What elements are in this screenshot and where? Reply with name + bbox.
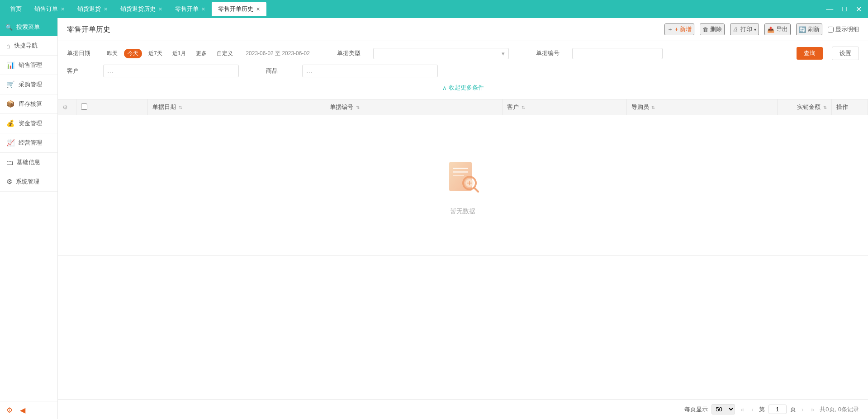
- next-page-button[interactable]: ›: [800, 405, 806, 414]
- filter-area: 单据日期 昨天 今天 近7天 近1月 更多 自定义 2023-06-02 至 2…: [58, 41, 868, 99]
- tab-sales-order[interactable]: 销售订单 ✕: [28, 2, 71, 16]
- cart-icon: 🛒: [6, 80, 15, 89]
- table-header: ⚙ 单据日期 ⇅ 单据编号 ⇅: [58, 99, 868, 115]
- add-icon: ＋: [667, 25, 673, 33]
- col-settings: ⚙: [58, 99, 76, 115]
- svg-rect-3: [453, 175, 464, 176]
- window-controls: — □ ✕: [823, 4, 864, 14]
- date-btn-custom[interactable]: 自定义: [213, 49, 237, 58]
- box-icon: 📦: [6, 100, 15, 108]
- sidebar-bottom: ⚙ ◀: [0, 401, 57, 419]
- close-icon[interactable]: ✕: [201, 6, 205, 12]
- delete-button[interactable]: 🗑 删除: [700, 24, 725, 35]
- query-button[interactable]: 查询: [797, 47, 823, 60]
- last-page-button[interactable]: »: [809, 405, 816, 414]
- sidebar-item-quick-nav[interactable]: ⌂ 快捷导航: [0, 36, 57, 56]
- date-range: 2023-06-02 至 2023-06-02: [246, 50, 309, 57]
- tab-retail-open[interactable]: 零售开单 ✕: [169, 2, 212, 16]
- prev-page-button[interactable]: ‹: [749, 405, 755, 414]
- sidebar-item-finance[interactable]: 💰 资金管理: [0, 114, 57, 133]
- search-icon: 🔍: [5, 24, 13, 31]
- col-docno[interactable]: 单据编号 ⇅: [325, 99, 503, 115]
- page-input[interactable]: [768, 405, 787, 414]
- close-window-button[interactable]: ✕: [853, 4, 864, 14]
- col-amount[interactable]: 实销金额 ⇅: [778, 99, 832, 115]
- database-icon: 🗃: [6, 159, 13, 166]
- close-icon[interactable]: ✕: [256, 6, 260, 12]
- page-size-select[interactable]: 50 10 20 100: [711, 404, 735, 414]
- page-header: 零售开单历史 ＋ + 新增 🗑 删除 🖨 打印 ▾ 📤 导出: [58, 18, 868, 41]
- empty-icon: [440, 155, 485, 200]
- add-button[interactable]: ＋ + 新增: [664, 24, 694, 35]
- page-label: 第: [759, 405, 765, 414]
- page-title: 零售开单历史: [67, 25, 110, 34]
- maximize-button[interactable]: □: [840, 4, 849, 14]
- sidebar-item-sys-mgmt[interactable]: ⚙ 系统管理: [0, 172, 57, 192]
- tab-sales-return-history[interactable]: 销货退货历史 ✕: [114, 2, 169, 16]
- table-body: 暂无数据: [58, 115, 868, 256]
- select-all-checkbox[interactable]: [81, 104, 87, 110]
- search-menu[interactable]: 🔍 搜索菜单: [0, 18, 57, 36]
- col-guide[interactable]: 导购员 ⇅: [626, 99, 777, 115]
- refresh-icon: 🔄: [799, 26, 806, 33]
- col-customer[interactable]: 客户 ⇅: [503, 99, 626, 115]
- tab-sales-return[interactable]: 销货退货 ✕: [71, 2, 114, 16]
- filter-row-1: 单据日期 昨天 今天 近7天 近1月 更多 自定义 2023-06-02 至 2…: [67, 47, 859, 60]
- date-btn-7days[interactable]: 近7天: [145, 49, 166, 58]
- print-icon: 🖨: [733, 26, 739, 33]
- col-date[interactable]: 单据日期 ⇅: [147, 99, 325, 115]
- sidebar-item-label: 库存核算: [19, 100, 42, 108]
- sidebar-item-purchase-mgmt[interactable]: 🛒 采购管理: [0, 75, 57, 94]
- sidebar-item-label: 资金管理: [19, 119, 42, 127]
- sidebar-item-sales-mgmt[interactable]: 📊 销售管理: [0, 56, 57, 75]
- empty-cell: 暂无数据: [58, 115, 868, 256]
- sort-icon: ⇅: [823, 105, 827, 110]
- settings-bottom-icon[interactable]: ⚙: [6, 406, 13, 414]
- sidebar-item-base-info[interactable]: 🗃 基础信息: [0, 153, 57, 172]
- tab-home[interactable]: 首页: [4, 2, 28, 16]
- sidebar-item-operations[interactable]: 📈 经营管理: [0, 133, 57, 153]
- settings-button[interactable]: 设置: [832, 47, 859, 60]
- display-toggle-checkbox[interactable]: [828, 27, 834, 33]
- col-action: 操作: [832, 99, 868, 115]
- gear-icon: ⚙: [6, 178, 12, 186]
- first-page-button[interactable]: «: [739, 405, 746, 414]
- export-icon: 📤: [767, 26, 774, 33]
- close-icon[interactable]: ✕: [104, 6, 108, 12]
- date-btn-yesterday[interactable]: 昨天: [103, 49, 121, 58]
- display-toggle[interactable]: 显示明细: [828, 25, 859, 33]
- pagination: 每页显示 50 10 20 100 « ‹ 第 页 › » 共0页, 0条记录: [58, 399, 868, 419]
- doc-type-select[interactable]: ▾: [373, 48, 509, 59]
- goods-input[interactable]: ...: [306, 67, 434, 75]
- sidebar-item-label: 系统管理: [16, 178, 39, 186]
- tab-retail-open-history[interactable]: 零售开单历史 ✕: [212, 2, 266, 16]
- date-btn-more[interactable]: 更多: [192, 49, 210, 58]
- sidebar-item-inventory[interactable]: 📦 库存核算: [0, 94, 57, 114]
- close-icon[interactable]: ✕: [61, 6, 65, 12]
- customer-input[interactable]: ...: [107, 67, 235, 75]
- refresh-button[interactable]: 🔄 刷新: [796, 24, 822, 35]
- svg-rect-1: [453, 168, 468, 169]
- sidebar-item-label: 采购管理: [19, 80, 42, 89]
- sidebar-item-label: 销售管理: [19, 61, 42, 69]
- minimize-button[interactable]: —: [823, 4, 836, 14]
- svg-rect-2: [453, 171, 468, 173]
- chart-icon: 📊: [6, 61, 15, 69]
- col-checkbox: [76, 99, 147, 115]
- date-btn-1month[interactable]: 近1月: [169, 49, 190, 58]
- close-icon[interactable]: ✕: [158, 6, 162, 12]
- collapse-button[interactable]: ∧ 收起更多条件: [67, 82, 859, 94]
- tab-bar: 首页 销售订单 ✕ 销货退货 ✕ 销货退货历史 ✕ 零售开单 ✕ 零售开单历史 …: [0, 0, 868, 18]
- empty-text: 暂无数据: [450, 207, 475, 216]
- print-button[interactable]: 🖨 打印 ▾: [730, 24, 759, 35]
- table-settings-icon[interactable]: ⚙: [62, 104, 68, 111]
- collapse-sidebar-icon[interactable]: ◀: [20, 406, 25, 414]
- doc-no-label: 单据编号: [536, 49, 563, 57]
- money-icon: 💰: [6, 119, 15, 127]
- doc-no-input[interactable]: [572, 48, 663, 59]
- chevron-up-icon: ∧: [442, 85, 447, 91]
- data-table: ⚙ 单据日期 ⇅ 单据编号 ⇅: [58, 99, 868, 256]
- date-label: 单据日期: [67, 49, 94, 57]
- date-btn-today[interactable]: 今天: [124, 49, 142, 58]
- export-button[interactable]: 📤 导出: [764, 24, 791, 35]
